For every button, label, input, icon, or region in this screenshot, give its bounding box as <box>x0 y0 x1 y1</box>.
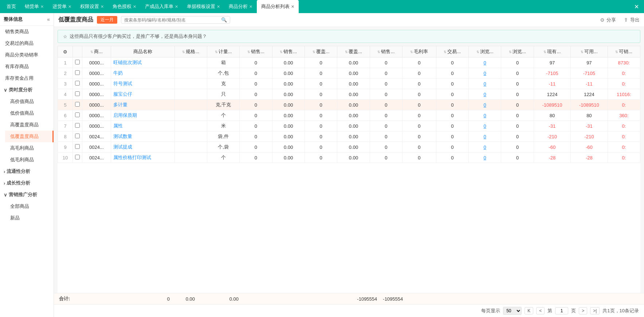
row-name[interactable]: 旺铺批次测试 <box>111 58 174 68</box>
row-name[interactable]: 牛奶 <box>111 68 174 79</box>
row-browse1[interactable]: 0 <box>468 152 501 163</box>
nav-role-auth[interactable]: 角色授权 ✕ <box>108 0 141 13</box>
stock1-col-header[interactable]: ⇅现有... <box>534 46 570 58</box>
search-input[interactable] <box>124 17 220 23</box>
next-page-button[interactable]: > <box>579 307 587 314</box>
close-icon[interactable]: ✕ <box>101 4 104 9</box>
stock2-col-header[interactable]: ⇅可用... <box>571 46 608 58</box>
sales3-col-header[interactable]: ⇅销售... <box>370 46 402 58</box>
window-close-button[interactable]: ✕ <box>631 3 642 10</box>
row-name[interactable]: 属性 <box>111 121 174 131</box>
row-checkbox-cell[interactable] <box>73 89 82 100</box>
sidebar-item-category-sales-rate[interactable]: 商品分类动销率 <box>0 49 54 61</box>
sidebar-item-stock-capital[interactable]: 库存资金占用 <box>0 72 54 84</box>
sales1-col-header[interactable]: ⇅销售... <box>240 46 272 58</box>
trade-col-header[interactable]: ⇅交易... <box>436 46 468 58</box>
settings-col-header[interactable]: ⚙ <box>58 46 73 58</box>
row-name[interactable]: 测试提成 <box>111 142 174 152</box>
close-icon[interactable]: ✕ <box>217 4 220 9</box>
close-icon[interactable]: ✕ <box>175 4 178 9</box>
cover1-col-header[interactable]: ⇅覆盖... <box>305 46 337 58</box>
code-col-header[interactable]: ⇅商... <box>82 46 111 58</box>
row-checkbox[interactable] <box>75 60 80 64</box>
nav-product-analysis[interactable]: 商品分析 ✕ <box>224 0 257 13</box>
nav-permission-settings[interactable]: 权限设置 ✕ <box>76 0 108 13</box>
page-size-select[interactable]: 50 20 100 <box>503 307 522 315</box>
nav-home[interactable]: 首页 <box>2 0 20 13</box>
row-browse1[interactable]: 0 <box>468 121 501 131</box>
row-browse1[interactable]: 0 <box>468 131 501 142</box>
sidebar-collapse-button[interactable]: « <box>47 16 50 22</box>
share-button[interactable]: ⊙ 分享 <box>600 17 616 23</box>
search-box[interactable]: 🔍 <box>121 16 230 24</box>
row-browse1[interactable]: 0 <box>468 68 501 79</box>
close-icon[interactable]: ✕ <box>249 4 252 9</box>
close-icon[interactable]: ✕ <box>68 4 71 9</box>
first-page-button[interactable]: K <box>525 307 533 314</box>
row-checkbox[interactable] <box>75 70 80 75</box>
row-browse1[interactable]: 0 <box>468 79 501 89</box>
row-checkbox[interactable] <box>75 102 80 107</box>
row-name[interactable]: 启用保质期 <box>111 110 174 121</box>
nav-sales-order[interactable]: 销货单 ✕ <box>20 0 48 13</box>
row-browse1[interactable]: 0 <box>468 110 501 121</box>
browse1-col-header[interactable]: ⇅浏览... <box>468 46 501 58</box>
row-checkbox-cell[interactable] <box>73 121 82 131</box>
row-checkbox[interactable] <box>75 81 80 86</box>
last-page-button[interactable]: >| <box>590 307 600 314</box>
sidebar-section-marketing-analysis[interactable]: ∨ 营销推广分析 <box>0 189 54 201</box>
row-checkbox[interactable] <box>75 155 80 159</box>
row-checkbox-cell[interactable] <box>73 131 82 142</box>
row-checkbox[interactable] <box>75 112 80 117</box>
nav-product-inbound[interactable]: 产成品入库单 ✕ <box>141 0 182 13</box>
close-icon[interactable]: ✕ <box>40 4 44 9</box>
row-checkbox-cell[interactable] <box>73 58 82 68</box>
sidebar-section-value-analysis[interactable]: ∨ 类时度分析 <box>0 84 54 96</box>
close-icon[interactable]: ✕ <box>133 4 136 9</box>
sidebar-item-high-coverage[interactable]: 高覆盖度商品 <box>5 119 54 131</box>
cover2-col-header[interactable]: ⇅覆盖... <box>337 46 370 58</box>
row-name[interactable]: 属性价格打印测试 <box>111 152 174 163</box>
nav-purchase-order[interactable]: 进货单 ✕ <box>48 0 76 13</box>
row-name[interactable]: 符号测试 <box>111 79 174 89</box>
current-page-input[interactable] <box>555 307 568 314</box>
sidebar-item-low-value[interactable]: 低价值商品 <box>5 107 54 119</box>
sidebar-item-low-coverage[interactable]: 低覆盖度商品 <box>5 131 54 142</box>
saleable-col-header[interactable]: ⇅可销... <box>608 46 640 58</box>
row-checkbox[interactable] <box>75 144 80 149</box>
sidebar-item-low-margin[interactable]: 低毛利商品 <box>5 154 54 166</box>
row-checkbox[interactable] <box>75 123 80 128</box>
period-button[interactable]: 近一月 <box>97 16 117 24</box>
row-checkbox-cell[interactable] <box>73 110 82 121</box>
row-browse1[interactable]: 0 <box>468 142 501 152</box>
sidebar-item-high-value[interactable]: 高价值商品 <box>5 96 54 107</box>
name-col-header[interactable]: 商品名称 <box>111 46 174 58</box>
row-checkbox-cell[interactable] <box>73 100 82 110</box>
row-checkbox-cell[interactable] <box>73 68 82 79</box>
sidebar-section-flow-analysis[interactable]: › 流通性分析 <box>0 166 54 177</box>
row-browse1[interactable]: 0 <box>468 89 501 100</box>
sidebar-item-sales-goods[interactable]: 销售类商品 <box>0 26 54 37</box>
row-checkbox[interactable] <box>75 134 80 138</box>
row-name[interactable]: 多计量 <box>111 100 174 110</box>
sidebar-item-high-margin[interactable]: 高毛利商品 <box>5 142 54 154</box>
close-icon[interactable]: ✕ <box>291 4 294 9</box>
row-name[interactable]: 服宝公仔 <box>111 89 174 100</box>
export-button[interactable]: ⇧ 导出 <box>624 17 640 23</box>
spec-col-header[interactable]: ⇅规格... <box>174 46 207 58</box>
prev-page-button[interactable]: < <box>536 307 545 314</box>
row-checkbox-cell[interactable] <box>73 79 82 89</box>
nav-template-settings[interactable]: 单据模板设置 ✕ <box>182 0 224 13</box>
search-icon[interactable]: 🔍 <box>221 17 227 23</box>
row-checkbox-cell[interactable] <box>73 152 82 163</box>
browse2-col-header[interactable]: ⇅浏览... <box>501 46 534 58</box>
sidebar-section-growth-analysis[interactable]: › 成长性分析 <box>0 177 54 189</box>
row-browse1[interactable]: 0 <box>468 100 501 110</box>
sidebar-item-all-goods[interactable]: 全部商品 <box>5 201 54 212</box>
sidebar-item-traded-goods[interactable]: 交易过的商品 <box>0 37 54 49</box>
sales2-col-header[interactable]: ⇅销售... <box>272 46 305 58</box>
row-browse1[interactable]: 0 <box>468 58 501 68</box>
row-checkbox-cell[interactable] <box>73 142 82 152</box>
sidebar-item-new-goods[interactable]: 新品 <box>5 212 54 224</box>
unit-col-header[interactable]: ⇅计量... <box>207 46 239 58</box>
